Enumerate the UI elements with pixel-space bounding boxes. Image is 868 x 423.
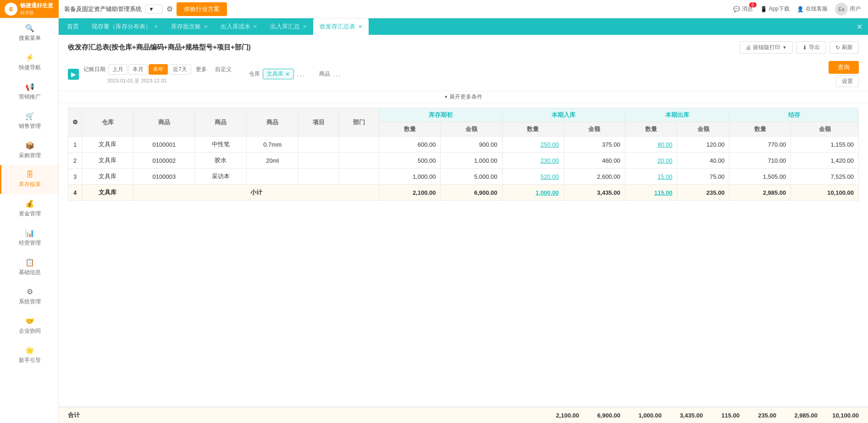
user-btn[interactable]: Ea 用户 bbox=[835, 3, 861, 16]
sidebar-item-marketing[interactable]: 📢 营销推广 bbox=[0, 77, 58, 106]
table-footer: 合计 2,100.00 6,900.00 1,000.00 3,435.00 1… bbox=[59, 407, 868, 423]
sidebar-item-operations[interactable]: 📊 经营管理 bbox=[0, 223, 58, 253]
tab-inout-summary[interactable]: 出入库汇总 ✕ bbox=[264, 18, 313, 35]
star-icon: 🌟 bbox=[25, 346, 34, 355]
col-out-amt-header: 金额 bbox=[677, 122, 730, 137]
col-balance-amt-header: 金额 bbox=[791, 122, 859, 137]
col-opening-amt-header: 金额 bbox=[441, 122, 502, 137]
sidebar-item-purchase[interactable]: 📦 采购管理 bbox=[0, 136, 58, 165]
date-range-display: 2023-01-01 至 2023-12-31 bbox=[83, 77, 167, 84]
phone-icon: 📱 bbox=[760, 6, 767, 12]
filter-toggle-btn[interactable]: ▶ bbox=[68, 69, 79, 80]
warehouse-tag[interactable]: 文具库 ✕ bbox=[263, 69, 294, 79]
col-goods-spec-header: 商品 bbox=[246, 108, 299, 137]
col-balance-header: 结存 bbox=[730, 108, 859, 122]
app-download-btn[interactable]: 📱 App下载 bbox=[760, 5, 790, 13]
data-table: ⚙ 仓库 商品 商品 商品 项目 部门 库存期初 本期入库 本期出库 结存 bbox=[68, 108, 859, 201]
logo-area: 6 畅捷通好生意 标准版 bbox=[0, 0, 59, 18]
print-icon: 🖨 bbox=[746, 44, 751, 51]
in-qty-link-2[interactable]: 520.00 bbox=[502, 169, 564, 185]
export-button[interactable]: ⬇ 导出 bbox=[796, 41, 826, 54]
date-btn-more[interactable]: 更多 bbox=[192, 65, 210, 74]
in-qty-link-0[interactable]: 250.00 bbox=[502, 137, 564, 153]
out-qty-link-2[interactable]: 15.00 bbox=[625, 169, 677, 185]
date-btn-last-month[interactable]: 上月 bbox=[108, 64, 127, 75]
search-icon: 🔍 bbox=[25, 24, 34, 33]
tab-close-icon[interactable]: ✕ bbox=[253, 24, 257, 30]
online-service-btn[interactable]: 👤 在线客服 bbox=[797, 5, 828, 13]
sidebar-item-cooperation[interactable]: 🤝 企业协同 bbox=[0, 311, 58, 341]
warehouse-ellipsis-btn[interactable]: ... bbox=[297, 70, 305, 78]
table-row: 1 文具库 0100001 中性笔 0.7mm 600.00 900.00 25… bbox=[68, 137, 859, 153]
tab-close-icon[interactable]: ✕ bbox=[204, 24, 208, 30]
refresh-button[interactable]: ↻ 刷新 bbox=[829, 41, 859, 54]
user-avatar: Ea bbox=[835, 3, 848, 16]
col-in-header: 本期入库 bbox=[502, 108, 625, 122]
refresh-icon: ↻ bbox=[835, 44, 840, 51]
clipboard-icon: 📋 bbox=[25, 258, 34, 267]
warehouse-filter-label: 仓库 bbox=[249, 70, 260, 78]
out-qty-link-0[interactable]: 80.00 bbox=[625, 137, 677, 153]
sidebar-item-finance[interactable]: 💰 资金管理 bbox=[0, 194, 58, 223]
sidebar-item-label: 营销推广 bbox=[19, 93, 41, 101]
sidebar-item-label: 快捷导航 bbox=[19, 64, 41, 71]
tab-bar-close-icon[interactable]: ✕ bbox=[853, 22, 866, 31]
sidebar-item-label: 采购管理 bbox=[19, 152, 41, 159]
settings-filter-button[interactable]: 设置 bbox=[836, 76, 859, 87]
chevron-down-icon: ▾ bbox=[445, 94, 448, 100]
tab-recv-send-summary[interactable]: 收发存汇总表 ✕ bbox=[313, 18, 369, 35]
subtotal-in-qty-link[interactable]: 1,000.00 bbox=[502, 185, 564, 201]
sidebar-item-sales[interactable]: 🛒 销售管理 bbox=[0, 106, 58, 136]
col-gear[interactable]: ⚙ bbox=[68, 108, 82, 137]
subtotal-out-qty-link[interactable]: 115.00 bbox=[625, 185, 677, 201]
col-out-header: 本期出库 bbox=[625, 108, 730, 122]
sidebar-item-label: 经营管理 bbox=[19, 239, 41, 247]
sidebar-item-base[interactable]: 📋 基础信息 bbox=[0, 253, 58, 282]
sidebar-item-search[interactable]: 🔍 搜索菜单 bbox=[0, 18, 58, 48]
sidebar-item-guide[interactable]: 🌟 新手引导 bbox=[0, 341, 58, 370]
date-btn-this-month[interactable]: 本月 bbox=[128, 64, 148, 75]
sidebar-item-quick[interactable]: ⚡ 快捷导航 bbox=[0, 48, 58, 77]
sidebar-item-label: 资金管理 bbox=[19, 210, 41, 218]
print-button[interactable]: 🖨 拔锚版打印 ▼ bbox=[740, 41, 793, 54]
warehouse-tag-close-icon[interactable]: ✕ bbox=[285, 71, 290, 77]
sidebar-item-label: 库存核算 bbox=[19, 181, 41, 188]
date-btn-this-year[interactable]: 本年 bbox=[149, 64, 168, 75]
tab-close-icon[interactable]: ✕ bbox=[154, 24, 158, 30]
sidebar: 🔍 搜索菜单 ⚡ 快捷导航 📢 营销推广 🛒 销售管理 📦 采购管理 🗄 库存核… bbox=[0, 18, 59, 423]
tab-home[interactable]: 首页 bbox=[61, 18, 85, 35]
date-btn-7days[interactable]: 近7天 bbox=[169, 64, 191, 75]
date-label: 记账日期 bbox=[83, 66, 105, 73]
tab-active-close-icon[interactable]: ✕ bbox=[358, 24, 362, 30]
tab-close-icon[interactable]: ✕ bbox=[303, 24, 307, 30]
col-opening-header: 库存期初 bbox=[379, 108, 502, 122]
goods-ellipsis-btn[interactable]: ... bbox=[333, 70, 342, 78]
sidebar-item-inventory[interactable]: 🗄 库存核算 bbox=[0, 165, 58, 194]
handshake-icon: 🤝 bbox=[25, 317, 34, 325]
query-button[interactable]: 查询 bbox=[829, 61, 859, 74]
sidebar-item-system[interactable]: ⚙ 系统管理 bbox=[0, 282, 58, 311]
col-in-qty-header: 数量 bbox=[502, 122, 564, 137]
table-settings-icon[interactable]: ⚙ bbox=[72, 119, 78, 126]
box-icon: 📦 bbox=[25, 141, 34, 150]
logo-icon: 6 bbox=[5, 3, 17, 16]
out-qty-link-1[interactable]: 20.00 bbox=[625, 153, 677, 169]
system-select-btn[interactable]: ▼ bbox=[145, 5, 163, 14]
tab-inout-flow[interactable]: 出入库流水 ✕ bbox=[214, 18, 264, 35]
page-title: 收发存汇总表(按仓库+商品编码+商品+规格型号+项目+部门) bbox=[68, 43, 251, 52]
gear-button[interactable]: ⚙ bbox=[166, 5, 173, 13]
sidebar-item-label: 系统管理 bbox=[19, 298, 41, 306]
trial-button[interactable]: 体验行业方案 bbox=[177, 2, 227, 16]
date-btn-custom[interactable]: 自定义 bbox=[211, 65, 235, 74]
message-icon: 💬 bbox=[733, 6, 740, 12]
col-out-qty-header: 数量 bbox=[625, 122, 677, 137]
sidebar-item-label: 基础信息 bbox=[19, 269, 41, 276]
tab-stock-dist[interactable]: 现存量（库存分布表） ✕ bbox=[85, 18, 165, 35]
tab-batch[interactable]: 库存批次账 ✕ bbox=[165, 18, 214, 35]
sidebar-item-label: 企业协同 bbox=[19, 327, 41, 335]
in-qty-link-1[interactable]: 230.00 bbox=[502, 153, 564, 169]
sidebar-item-label: 新手引导 bbox=[19, 357, 41, 364]
cabinet-icon: 🗄 bbox=[26, 170, 33, 179]
expand-conditions-btn[interactable]: ▾ 展开更多条件 bbox=[445, 93, 482, 101]
message-btn[interactable]: 💬 消息 6 bbox=[733, 5, 753, 13]
